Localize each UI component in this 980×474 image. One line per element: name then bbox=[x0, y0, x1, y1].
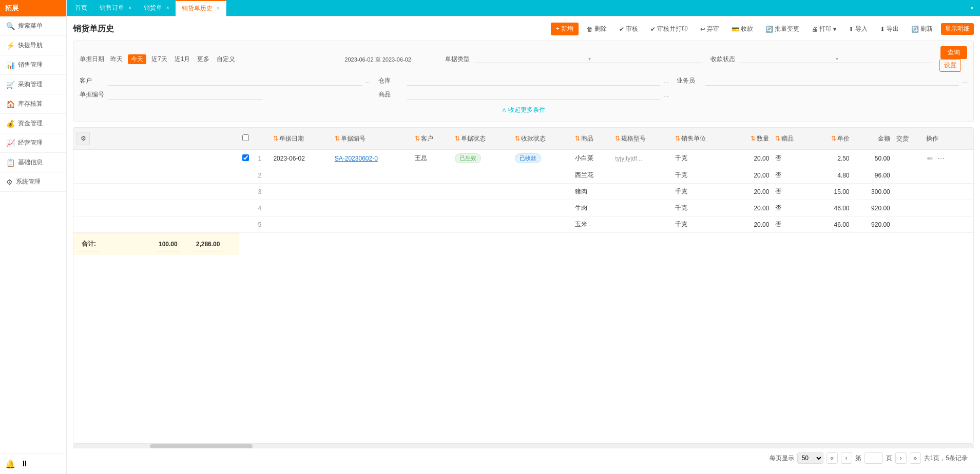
page-input[interactable]: 1 bbox=[864, 452, 883, 464]
td-trade bbox=[893, 167, 924, 184]
tab-close-sales-order[interactable]: × bbox=[128, 5, 131, 11]
tab-home[interactable]: 首页 bbox=[69, 0, 93, 16]
shortcut-yesterday[interactable]: 昨天 bbox=[108, 54, 125, 64]
sidebar-item-label: 搜索菜单 bbox=[18, 22, 43, 30]
goods-dots[interactable]: ... bbox=[663, 91, 668, 98]
th-price[interactable]: ⇅单价 bbox=[813, 128, 853, 150]
sidebar-item-basic-info[interactable]: 📋 基础信息 bbox=[0, 153, 66, 172]
customer-dots[interactable]: ... bbox=[365, 77, 370, 85]
audit-button[interactable]: ✔ 审核 bbox=[615, 23, 642, 35]
page-prev-btn[interactable]: ‹ bbox=[841, 452, 852, 464]
bell-icon[interactable]: 🔔 bbox=[5, 459, 15, 469]
shortcut-more[interactable]: 更多 bbox=[195, 54, 212, 64]
td-price: 46.00 bbox=[813, 216, 853, 233]
per-page-select[interactable]: 50 20 100 bbox=[797, 452, 823, 464]
sidebar-item-label: 采购管理 bbox=[18, 80, 43, 89]
shortcut-today[interactable]: 今天 bbox=[128, 54, 146, 64]
td-doc-status bbox=[452, 216, 512, 233]
customer-input[interactable] bbox=[108, 76, 362, 86]
sidebar-item-sales[interactable]: 📊 销售管理 bbox=[0, 55, 66, 75]
th-spec[interactable]: ⇅规格型号 bbox=[612, 128, 672, 150]
collect-status-select[interactable]: ▾ bbox=[739, 55, 932, 63]
th-customer[interactable]: ⇅客户 bbox=[412, 128, 452, 150]
sidebar-item-inventory[interactable]: 🏠 库存核算 bbox=[0, 94, 66, 114]
sidebar-item-system[interactable]: ⚙ 系统管理 bbox=[0, 172, 66, 192]
shortcut-7days[interactable]: 近7天 bbox=[149, 54, 169, 64]
td-customer: 王总 bbox=[412, 150, 452, 167]
print-button[interactable]: 🖨 打印 ▾ bbox=[808, 23, 840, 35]
th-doc-no[interactable]: ⇅单据编号 bbox=[332, 128, 412, 150]
import-button[interactable]: ⬆ 导入 bbox=[844, 23, 872, 35]
tab-close-history[interactable]: × bbox=[217, 6, 220, 11]
collapse-button[interactable]: ∧ 收起更多条件 bbox=[80, 104, 967, 116]
th-amount: 金额 bbox=[853, 128, 893, 150]
sidebar-item-finance[interactable]: 💰 资金管理 bbox=[0, 114, 66, 133]
pause-icon[interactable]: ⏸ bbox=[21, 459, 29, 469]
tab-sales-history[interactable]: 销货单历史 × bbox=[176, 0, 226, 16]
new-button[interactable]: + 新增 bbox=[551, 23, 579, 35]
td-check bbox=[239, 184, 255, 200]
th-qty[interactable]: ⇅数量 bbox=[732, 128, 772, 150]
td-unit: 千克 bbox=[672, 184, 732, 200]
doc-no-label: 单据编号 bbox=[80, 90, 105, 99]
td-qty: 20.00 bbox=[732, 150, 772, 167]
sidebar-item-quicknav[interactable]: ⚡ 快捷导航 bbox=[0, 36, 66, 55]
query-button[interactable]: 查询 bbox=[940, 46, 967, 59]
refresh-button[interactable]: 🔃 刷新 bbox=[907, 23, 937, 35]
doc-no-input[interactable] bbox=[108, 90, 262, 100]
salesperson-input[interactable] bbox=[705, 76, 959, 86]
th-goods[interactable]: ⇅商品 bbox=[572, 128, 612, 150]
abandon-button[interactable]: ↩ 弃审 bbox=[696, 23, 723, 35]
th-date[interactable]: ⇅单据日期 bbox=[270, 128, 331, 150]
batch-change-button[interactable]: 🔄 批量变更 bbox=[761, 23, 803, 35]
table-settings-btn[interactable]: ⚙ bbox=[76, 132, 90, 145]
shortcut-1month[interactable]: 近1月 bbox=[172, 54, 193, 64]
sidebar-item-label: 经营管理 bbox=[18, 139, 43, 147]
doc-no-link[interactable]: SA-20230602-0 bbox=[335, 155, 378, 162]
th-unit[interactable]: ⇅销售单位 bbox=[672, 128, 732, 150]
delete-button[interactable]: 🗑 删除 bbox=[583, 23, 611, 35]
tab-sales-order[interactable]: 销售订单 × bbox=[93, 0, 138, 16]
th-doc-status[interactable]: ⇅单据状态 bbox=[452, 128, 512, 150]
page-first-btn[interactable]: « bbox=[827, 452, 838, 464]
warehouse-input[interactable] bbox=[407, 76, 661, 86]
shortcut-custom[interactable]: 自定义 bbox=[215, 54, 237, 64]
salesperson-dots[interactable]: ... bbox=[962, 77, 967, 85]
filter-row-1: 单据日期 昨天 今天 近7天 近1月 更多 自定义 2023-06-02 至 2… bbox=[80, 46, 967, 72]
sidebar-item-purchase[interactable]: 🛒 采购管理 bbox=[0, 75, 66, 94]
goods-input[interactable] bbox=[407, 90, 661, 100]
more-icon[interactable]: ⋯ bbox=[937, 154, 945, 163]
settings-button[interactable]: 设置 bbox=[939, 59, 961, 72]
sidebar-item-operations[interactable]: 📈 经营管理 bbox=[0, 133, 66, 153]
scrollbar-thumb[interactable] bbox=[150, 444, 253, 448]
select-all-checkbox[interactable] bbox=[242, 134, 249, 141]
tab-sales-delivery[interactable]: 销货单 × bbox=[138, 0, 176, 16]
th-gift[interactable]: ⇅赠品 bbox=[772, 128, 812, 150]
show-detail-button[interactable]: 显示明细 bbox=[941, 23, 974, 35]
warehouse-label: 仓库 bbox=[378, 76, 404, 85]
doc-type-select[interactable]: ▾ bbox=[474, 55, 702, 63]
sidebar-logo: 拓展 bbox=[0, 0, 66, 16]
audit-print-button[interactable]: ✔ 审核并打印 bbox=[646, 23, 692, 35]
tab-close-delivery[interactable]: × bbox=[166, 5, 169, 11]
audit-print-icon: ✔ bbox=[650, 26, 656, 33]
page-last-btn[interactable]: » bbox=[910, 452, 921, 464]
page-next-btn[interactable]: › bbox=[895, 452, 907, 464]
td-customer bbox=[412, 216, 452, 233]
export-button[interactable]: ⬇ 导出 bbox=[876, 23, 903, 35]
edit-icon[interactable]: ✏ bbox=[927, 154, 933, 163]
filter-row-2: 客户 ... 仓库 ... 业务员 ... bbox=[80, 76, 967, 86]
total-label: 共1页，5条记录 bbox=[924, 454, 968, 463]
tab-close-all[interactable]: × bbox=[966, 5, 978, 12]
sidebar-item-search[interactable]: 🔍 搜索菜单 bbox=[0, 16, 66, 36]
td-goods: 猪肉 bbox=[572, 184, 612, 200]
collect-button[interactable]: 💳 收款 bbox=[727, 23, 757, 35]
td-goods: 玉米 bbox=[572, 216, 612, 233]
table-row: 5 玉米 千克 20.00 否 46.00 920.00 bbox=[73, 216, 973, 233]
warehouse-dots[interactable]: ... bbox=[663, 77, 668, 85]
th-collect-status[interactable]: ⇅收款状态 bbox=[512, 128, 572, 150]
td-gift: 否 bbox=[772, 167, 812, 184]
horizontal-scrollbar[interactable] bbox=[73, 444, 974, 448]
row-checkbox[interactable] bbox=[242, 154, 249, 161]
td-action bbox=[923, 184, 973, 200]
